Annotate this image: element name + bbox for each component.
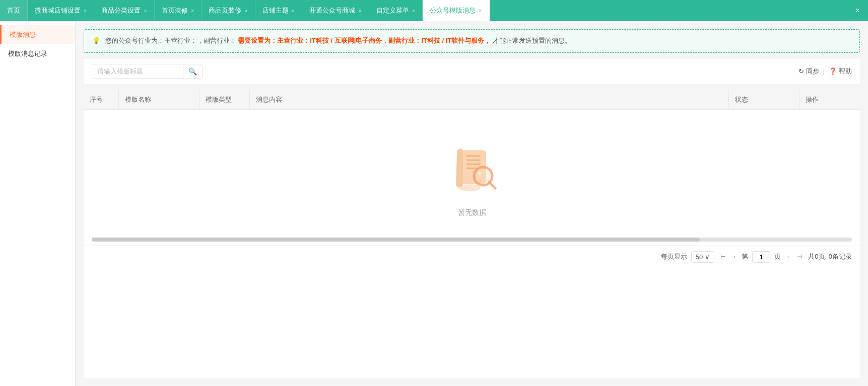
nav-tab-template-msg[interactable]: 公众号模版消息 × bbox=[423, 0, 489, 21]
search-input[interactable] bbox=[92, 64, 183, 78]
sidebar-item-template-msg[interactable]: 模版消息 bbox=[0, 25, 75, 44]
page-prefix: 第 bbox=[742, 252, 748, 261]
search-bar: 🔍 ↻ 同步 | ❓ 帮助 bbox=[84, 59, 860, 84]
nav-tab-home-decor[interactable]: 首页装修 × bbox=[155, 0, 202, 21]
nav-tab-open-mall-close[interactable]: × bbox=[358, 8, 361, 14]
first-page-button[interactable]: ⊢ bbox=[718, 252, 727, 261]
nav-tab-theme-label: 店铺主题 bbox=[262, 6, 289, 15]
nav-tab-product-decor-close[interactable]: × bbox=[244, 8, 247, 14]
nav-tab-theme[interactable]: 店铺主题 × bbox=[255, 0, 302, 21]
main-content: 💡 您的公众号行业为：主营行业：，副营行业： 需要设置为：主营行业：IT科技 /… bbox=[76, 21, 868, 386]
page-size-select[interactable]: 50 ∨ bbox=[691, 251, 714, 263]
empty-text: 暂无数据 bbox=[458, 208, 486, 217]
col-template-name: 模版名称 bbox=[119, 90, 199, 109]
horizontal-scrollbar[interactable] bbox=[92, 238, 852, 242]
nav-tab-custom-menu-close[interactable]: × bbox=[412, 8, 415, 14]
top-nav: 首页 微商城店铺设置 × 商品分类设置 × 首页装修 × 商品页装修 × 店铺主… bbox=[0, 0, 868, 21]
pagination-bar: 每页显示 50 ∨ ⊢ ‹ 第 1 页 › ⊣ 共0页, 0条记录 bbox=[84, 246, 860, 268]
last-page-button[interactable]: ⊣ bbox=[795, 252, 804, 261]
nav-tab-category-close[interactable]: × bbox=[144, 8, 147, 14]
nav-tab-shop-close[interactable]: × bbox=[84, 8, 87, 14]
toolbar-right: ↻ 同步 | ❓ 帮助 bbox=[798, 67, 852, 76]
col-status: 状态 bbox=[729, 90, 799, 109]
empty-illustration bbox=[442, 140, 502, 200]
nav-tab-home-decor-close[interactable]: × bbox=[191, 8, 194, 14]
help-button[interactable]: ❓ 帮助 bbox=[829, 67, 852, 76]
help-label: 帮助 bbox=[839, 67, 852, 76]
nav-tab-home-decor-label: 首页装修 bbox=[162, 6, 188, 15]
sync-button[interactable]: ↻ 同步 bbox=[798, 67, 819, 76]
nav-tab-template-msg-label: 公众号模版消息 bbox=[430, 6, 476, 15]
nav-tab-category[interactable]: 商品分类设置 × bbox=[94, 0, 154, 21]
table-container: 序号 模版名称 模版类型 消息内容 状态 操作 bbox=[84, 90, 860, 378]
nav-tab-home-label: 首页 bbox=[7, 6, 20, 15]
global-close-button[interactable]: × bbox=[847, 6, 868, 15]
notice-icon: 💡 bbox=[92, 37, 100, 44]
sidebar: 模版消息 模版消息记录 bbox=[0, 21, 76, 386]
prev-page-button[interactable]: ‹ bbox=[731, 252, 738, 261]
search-input-wrap: 🔍 bbox=[92, 64, 203, 79]
empty-state: 暂无数据 bbox=[84, 110, 860, 238]
col-message-content: 消息内容 bbox=[250, 90, 729, 109]
nav-tab-product-decor-label: 商品页装修 bbox=[209, 6, 241, 15]
svg-line-8 bbox=[489, 182, 495, 188]
nav-tab-theme-close[interactable]: × bbox=[292, 8, 295, 14]
col-template-type: 模版类型 bbox=[199, 90, 250, 109]
sync-label: 同步 bbox=[806, 67, 819, 76]
notice-suffix: 才能正常发送预置的消息。 bbox=[493, 37, 571, 44]
sidebar-item-template-msg-record[interactable]: 模版消息记录 bbox=[0, 44, 75, 63]
col-action: 操作 bbox=[799, 90, 860, 109]
nav-tab-custom-menu-label: 自定义菜单 bbox=[376, 6, 409, 15]
nav-tab-product-decor[interactable]: 商品页装修 × bbox=[202, 0, 255, 21]
sync-icon: ↻ bbox=[798, 67, 804, 75]
page-size-label: 每页显示 bbox=[661, 252, 687, 261]
svg-point-7 bbox=[476, 169, 490, 183]
nav-tab-open-mall-label: 开通公众号商城 bbox=[309, 6, 355, 15]
page-number-input[interactable]: 1 bbox=[752, 251, 770, 263]
nav-tab-shop-label: 微商城店铺设置 bbox=[35, 6, 81, 15]
nav-tab-template-msg-close[interactable]: × bbox=[479, 8, 482, 14]
notice-prefix: 您的公众号行业为：主营行业：，副营行业： bbox=[105, 37, 236, 44]
scrollbar-thumb[interactable] bbox=[92, 238, 700, 242]
nav-tab-open-mall[interactable]: 开通公众号商城 × bbox=[302, 0, 369, 21]
page-unit: 页 bbox=[774, 252, 781, 261]
page-size-value: 50 bbox=[696, 253, 703, 261]
page-summary: 共0页, 0条记录 bbox=[808, 252, 852, 261]
notice-highlight: 需要设置为：主营行业：IT科技 / 互联网|电子商务，副营行业：IT科技 / I… bbox=[238, 37, 491, 44]
nav-tab-custom-menu[interactable]: 自定义菜单 × bbox=[369, 0, 423, 21]
page-size-chevron-icon: ∨ bbox=[705, 253, 710, 261]
main-layout: 模版消息 模版消息记录 💡 您的公众号行业为：主营行业：，副营行业： 需要设置为… bbox=[0, 21, 868, 386]
notice-banner: 💡 您的公众号行业为：主营行业：，副营行业： 需要设置为：主营行业：IT科技 /… bbox=[84, 29, 860, 53]
col-index: 序号 bbox=[84, 90, 119, 109]
svg-point-9 bbox=[478, 172, 481, 175]
search-button[interactable]: 🔍 bbox=[183, 64, 202, 79]
next-page-button[interactable]: › bbox=[785, 252, 791, 261]
nav-tab-category-label: 商品分类设置 bbox=[101, 6, 141, 15]
toolbar-divider: | bbox=[823, 67, 825, 75]
table-header: 序号 模版名称 模版类型 消息内容 状态 操作 bbox=[84, 90, 860, 110]
nav-tab-shop-settings[interactable]: 微商城店铺设置 × bbox=[28, 0, 94, 21]
help-icon: ❓ bbox=[829, 67, 837, 75]
nav-tab-home[interactable]: 首页 bbox=[0, 0, 28, 21]
